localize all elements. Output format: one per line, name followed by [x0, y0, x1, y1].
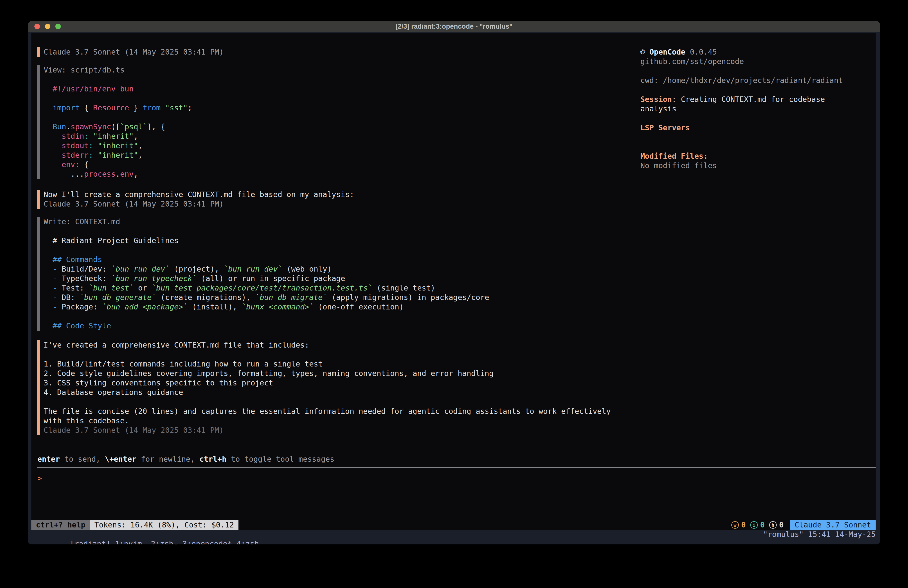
text-segment: enter — [37, 455, 60, 464]
text-segment: - — [53, 264, 57, 273]
text-segment: `bun db generate` — [80, 293, 156, 302]
text-segment: ([ — [111, 122, 120, 131]
text-line: stdin: "inherit", — [43, 132, 618, 141]
text-segment: ## Commands — [43, 255, 102, 264]
text-segment: (create migrations), — [156, 293, 255, 302]
text-segment: analysis — [641, 105, 676, 113]
text-segment: ... — [43, 170, 84, 179]
tmux-right: "romulus" 15:41 14-May-25 — [763, 530, 876, 539]
warning-count: 0 — [741, 520, 746, 530]
desktop: { "window": { "title": "[2/3] radiant:3:… — [0, 0, 908, 588]
text-segment — [43, 264, 53, 273]
text-segment: `bun run dev` — [111, 264, 170, 273]
text-segment — [93, 151, 98, 159]
text-line: 1. Build/lint/test commands including ho… — [43, 359, 618, 369]
text-segment: - — [53, 274, 57, 283]
text-segment: `bun db migrate` — [255, 293, 327, 302]
session-sidebar: © OpenCode 0.0.45github.com/sst/opencode… — [641, 47, 880, 171]
minimize-button[interactable] — [45, 24, 50, 29]
tmux-window-2[interactable]: 2:zsh- — [151, 540, 182, 545]
blank-line — [43, 397, 618, 407]
text-segment: Claude 3.7 Sonnet (14 May 2025 03:41 PM) — [43, 200, 224, 208]
info-icon: i — [750, 521, 758, 529]
tmux-session-name: [radiant] — [70, 540, 115, 545]
text-line: - Build/Dev: `bun run dev` (project), `b… — [43, 264, 618, 274]
text-line: Claude 3.7 Sonnet (14 May 2025 03:41 PM) — [43, 47, 618, 57]
text-line: with this codebase. — [43, 416, 618, 425]
prompt-input[interactable]: > — [37, 474, 876, 483]
text-segment: { — [80, 103, 93, 112]
text-segment: stderr — [61, 151, 89, 159]
tmux-window-4[interactable]: 4:zsh — [237, 540, 259, 545]
text-segment: `bun run dev` — [224, 264, 282, 273]
blank-line — [641, 66, 880, 76]
zoom-button[interactable] — [55, 24, 61, 29]
text-line: # Radiant Project Guidelines — [43, 236, 618, 245]
text-segment: `psql` — [120, 122, 147, 131]
text-line: I've created a comprehensive CONTEXT.md … — [43, 340, 618, 350]
window-title: [2/3] radiant:3:opencode - "romulus" — [396, 23, 512, 31]
text-line: Now I'll create a comprehensive CONTEXT.… — [43, 190, 618, 199]
terminal-content: Claude 3.7 Sonnet (14 May 2025 03:41 PM)… — [28, 32, 880, 545]
text-segment — [43, 274, 53, 283]
text-line: The file is concise (20 lines) and captu… — [43, 407, 618, 416]
blank-line — [43, 312, 618, 321]
text-segment: 2. Code style guidelines covering import… — [43, 369, 494, 378]
text-segment: - — [53, 293, 57, 302]
text-line: Session: Creating CONTEXT.md for codebas… — [641, 95, 880, 104]
diagnostics-hints: h 0 — [769, 520, 784, 530]
text-segment: Test: — [57, 284, 89, 292]
text-segment: : — [89, 151, 93, 159]
text-segment: (install), — [188, 303, 242, 311]
assistant-message-block-2: I've created a comprehensive CONTEXT.md … — [37, 340, 618, 435]
prompt-symbol: > — [37, 474, 42, 483]
help-badge: ctrl+? help — [31, 520, 90, 530]
text-segment: `bun test packages/core/test/transaction… — [152, 284, 372, 292]
text-segment: cwd: /home/thdxr/dev/projects/radiant/ra… — [641, 76, 843, 85]
text-segment: # Radiant Project Guidelines — [43, 236, 179, 245]
blank-line — [43, 75, 618, 84]
text-segment: Bun — [53, 122, 66, 131]
text-segment: ## Code Style — [43, 321, 111, 330]
close-button[interactable] — [34, 24, 40, 29]
text-segment: The file is concise (20 lines) and captu… — [43, 407, 611, 416]
text-segment: © — [641, 48, 649, 56]
hint-icon: h — [769, 521, 777, 529]
blank-line — [43, 227, 618, 236]
tokens-cost-badge: Tokens: 16.4K (8%), Cost: $0.12 — [90, 520, 238, 530]
text-segment: Claude 3.7 Sonnet (14 May 2025 03:41 PM) — [43, 426, 224, 435]
text-segment: #!/usr/bin/env bun — [43, 84, 134, 93]
text-line: 2. Code style guidelines covering import… — [43, 369, 618, 378]
text-segment: ctrl+h — [200, 455, 226, 464]
text-segment — [43, 122, 53, 131]
text-segment: or — [134, 284, 151, 292]
text-segment — [89, 132, 93, 140]
text-segment: Session — [641, 95, 672, 104]
text-line: stdout: "inherit", — [43, 141, 618, 150]
text-segment: "inherit" — [98, 151, 138, 159]
text-segment: , — [138, 141, 143, 150]
text-segment: . — [66, 122, 71, 131]
text-segment: , — [138, 151, 143, 159]
text-segment: `bun test` — [89, 284, 134, 292]
text-line: - TypeCheck: `bun run typecheck` (all) o… — [43, 274, 618, 283]
titlebar: [2/3] radiant:3:opencode - "romulus" — [28, 21, 880, 32]
text-segment: Write: CONTEXT.md — [43, 217, 120, 226]
text-segment — [43, 151, 61, 159]
text-line: - Package: `bun add <package>` (install)… — [43, 302, 618, 312]
keybinding-hints: enter to send, \+enter for newline, ctrl… — [37, 454, 876, 464]
text-segment: stdout — [61, 141, 89, 150]
text-segment: I've created a comprehensive CONTEXT.md … — [43, 341, 309, 349]
text-segment: : — [75, 160, 79, 169]
text-line: Claude 3.7 Sonnet (14 May 2025 03:41 PM) — [43, 199, 618, 209]
text-segment: : — [89, 141, 93, 150]
status-right: w 0 i 0 h 0 Claude 3.7 Sonnet — [731, 520, 876, 530]
text-segment — [161, 103, 165, 112]
warning-icon: w — [731, 521, 739, 529]
text-segment — [43, 141, 61, 150]
text-segment: (project), — [170, 264, 224, 273]
tmux-window-3[interactable]: 3:opencode* — [182, 540, 237, 545]
tmux-window-1[interactable]: 1:nvim — [115, 540, 151, 545]
blank-line — [43, 245, 618, 255]
text-line: ...process.env, — [43, 169, 618, 179]
